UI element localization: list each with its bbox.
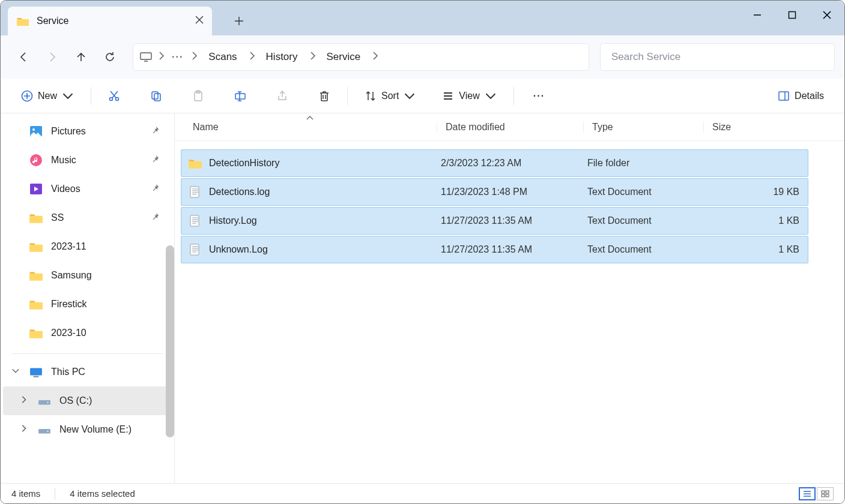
sidebar-item-label: 2023-10 — [51, 328, 86, 338]
maximize-button[interactable] — [775, 1, 810, 29]
close-window-button[interactable] — [810, 1, 844, 29]
folder-icon — [29, 326, 43, 340]
sidebar-item[interactable]: Music — [3, 146, 172, 175]
file-type: Text Document — [587, 215, 707, 226]
chevron-down-icon — [62, 90, 74, 102]
sidebar-drive[interactable]: OS (C:) — [3, 386, 172, 415]
sidebar-item[interactable]: Videos — [3, 175, 172, 203]
svg-rect-10 — [141, 53, 151, 59]
paste-button[interactable] — [186, 85, 210, 107]
column-size[interactable]: Size — [703, 122, 844, 133]
column-type[interactable]: Type — [583, 122, 703, 133]
sort-button[interactable]: Sort — [359, 85, 422, 107]
file-date: 11/27/2023 11:35 AM — [441, 215, 587, 226]
svg-rect-25 — [826, 491, 829, 493]
chevron-down-icon — [404, 90, 416, 102]
more-button[interactable]: ··· — [525, 85, 553, 107]
sidebar-label: This PC — [51, 367, 85, 377]
file-name: History.Log — [209, 215, 257, 226]
chevron-right-icon[interactable] — [306, 51, 318, 63]
sidebar-item[interactable]: Firestick — [3, 290, 172, 319]
breadcrumb-item[interactable]: Scans — [202, 51, 243, 63]
file-type: Text Document — [587, 244, 707, 255]
sidebar-item[interactable]: Samsung — [3, 261, 172, 290]
delete-button[interactable] — [312, 85, 336, 107]
back-button[interactable] — [10, 44, 37, 70]
textfile-icon — [189, 214, 202, 227]
sidebar-item-label: OS (C:) — [59, 395, 92, 406]
file-name: Detections.log — [209, 187, 270, 197]
pin-icon — [151, 126, 160, 137]
column-name[interactable]: Name — [175, 122, 437, 133]
chevron-right-icon[interactable] — [246, 51, 258, 63]
drive-icon — [38, 394, 51, 407]
tab-title: Service — [37, 16, 68, 26]
share-button[interactable] — [270, 85, 294, 107]
sidebar-item[interactable]: SS — [3, 203, 172, 232]
view-button[interactable]: View — [436, 85, 502, 107]
search-input[interactable] — [611, 51, 823, 63]
expand-icon[interactable] — [20, 424, 27, 435]
rename-button[interactable] — [228, 85, 252, 107]
details-pane-button[interactable]: Details — [772, 85, 830, 107]
file-name: Unknown.Log — [209, 244, 268, 255]
details-view-toggle[interactable] — [799, 487, 816, 500]
breadcrumb-item[interactable]: Service — [321, 51, 367, 63]
sidebar-item-label: New Volume (E:) — [59, 424, 132, 435]
scrollbar-thumb[interactable] — [166, 245, 174, 437]
svg-rect-15 — [154, 94, 160, 101]
chevron-right-icon[interactable] — [188, 51, 200, 63]
pin-icon — [151, 184, 160, 194]
copy-button[interactable] — [144, 85, 168, 107]
sort-label: Sort — [381, 91, 399, 101]
svg-point-13 — [116, 97, 119, 100]
chevron-right-icon[interactable] — [369, 51, 381, 63]
new-tab-button[interactable] — [229, 7, 249, 35]
sidebar-item[interactable]: 2023-10 — [3, 319, 172, 347]
breadcrumb-bar[interactable]: ··· Scans History Service — [133, 43, 589, 71]
folder-icon — [29, 211, 43, 224]
chevron-down-icon — [485, 90, 497, 102]
file-size: 1 KB — [707, 215, 808, 226]
file-type: Text Document — [587, 187, 707, 197]
file-row[interactable]: Detections.log11/23/2023 1:48 PMText Doc… — [181, 178, 808, 206]
up-button[interactable] — [68, 44, 94, 70]
file-type: File folder — [587, 158, 707, 169]
copy-icon — [150, 90, 162, 102]
status-bar: 4 items 4 items selected — [1, 483, 844, 503]
sidebar-this-pc[interactable]: This PC — [3, 358, 172, 386]
window-tab[interactable]: Service — [8, 7, 212, 35]
expand-icon[interactable] — [20, 395, 27, 406]
svg-rect-24 — [822, 491, 825, 493]
minimize-button[interactable] — [740, 1, 775, 29]
sidebar-item-label: Pictures — [51, 126, 86, 137]
refresh-button[interactable] — [97, 44, 123, 70]
file-date: 11/27/2023 11:35 AM — [441, 244, 587, 255]
file-row[interactable]: History.Log11/27/2023 11:35 AMText Docum… — [181, 207, 808, 235]
textfile-icon — [189, 243, 202, 256]
collapse-icon[interactable] — [11, 367, 20, 377]
sidebar-item-label: SS — [51, 212, 64, 223]
navigation-pane: PicturesMusicVideosSS2023-11SamsungFires… — [1, 113, 175, 483]
trash-icon — [318, 90, 330, 102]
search-box[interactable] — [600, 43, 835, 71]
folder-icon — [29, 240, 43, 253]
file-row[interactable]: Unknown.Log11/27/2023 11:35 AMText Docum… — [181, 236, 808, 263]
svg-rect-26 — [822, 494, 825, 497]
sidebar-item[interactable]: 2023-11 — [3, 232, 172, 261]
new-button[interactable]: New — [15, 85, 80, 107]
close-tab-icon[interactable] — [195, 16, 204, 26]
file-row[interactable]: DetectionHistory2/3/2023 12:23 AMFile fo… — [181, 149, 808, 177]
sidebar-drive[interactable]: New Volume (E:) — [3, 415, 172, 444]
breadcrumb-overflow[interactable]: ··· — [169, 52, 186, 62]
column-date[interactable]: Date modified — [437, 122, 583, 133]
pin-icon — [151, 212, 160, 223]
chevron-right-icon[interactable] — [155, 51, 167, 63]
breadcrumb-item[interactable]: History — [260, 51, 304, 63]
sidebar-item[interactable]: Pictures — [3, 117, 172, 146]
file-size: 19 KB — [707, 187, 808, 197]
cut-button[interactable] — [102, 85, 126, 107]
forward-button[interactable] — [39, 44, 65, 70]
folder-icon — [29, 298, 43, 311]
icons-view-toggle[interactable] — [817, 487, 834, 500]
